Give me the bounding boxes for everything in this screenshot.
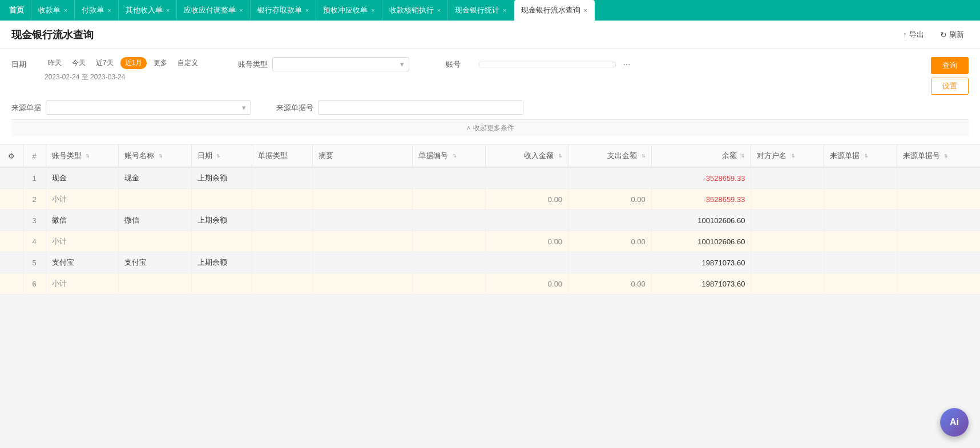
th-date[interactable]: 日期 ⇅ bbox=[191, 145, 252, 167]
account-type-select[interactable]: ▾ bbox=[272, 57, 409, 71]
close-ar-ap-adjust-icon[interactable]: × bbox=[239, 7, 243, 14]
nav-tab-cash-bank-stats[interactable]: 现金银行统计 × bbox=[448, 0, 514, 21]
td-account-type: 支付宝 bbox=[46, 252, 119, 273]
source-doc-no-input[interactable] bbox=[318, 100, 523, 115]
table-row[interactable]: 1 现金 现金 上期余额 -3528659.33 bbox=[0, 167, 980, 189]
nav-tab-write-off-label: 收款核销执行 bbox=[389, 5, 434, 15]
close-bank-deposit-icon[interactable]: × bbox=[305, 7, 309, 14]
th-expense[interactable]: 支出金额 ⇅ bbox=[568, 145, 652, 167]
td-summary bbox=[313, 189, 413, 210]
td-account-type: 微信 bbox=[46, 210, 119, 231]
query-button[interactable]: 查询 bbox=[931, 57, 969, 74]
source-doc-no-label: 来源单据号 bbox=[276, 103, 313, 113]
export-icon: ↑ bbox=[903, 30, 907, 39]
td-doc-no bbox=[412, 210, 485, 231]
td-gear bbox=[0, 231, 23, 252]
td-idx: 6 bbox=[23, 273, 46, 294]
td-date bbox=[191, 273, 252, 294]
date-btn-custom[interactable]: 自定义 bbox=[174, 57, 201, 69]
date-btn-7days[interactable]: 近7天 bbox=[92, 57, 117, 69]
td-expense: 0.00 bbox=[568, 189, 652, 210]
refresh-button[interactable]: ↻ 刷新 bbox=[935, 27, 969, 42]
nav-tab-ar-ap-adjust-label: 应收应付调整单 bbox=[184, 5, 236, 15]
th-counterpart[interactable]: 对方户名 ⇅ bbox=[751, 145, 824, 167]
th-source-doc-no[interactable]: 来源单据号 ⇅ bbox=[897, 145, 980, 167]
settings-button[interactable]: 设置 bbox=[931, 78, 969, 95]
close-cash-bank-stats-icon[interactable]: × bbox=[503, 7, 506, 14]
export-label: 导出 bbox=[909, 30, 924, 40]
close-cash-bank-flow-icon[interactable]: × bbox=[584, 7, 587, 14]
close-other-income-icon[interactable]: × bbox=[166, 7, 170, 14]
td-account-type: 小计 bbox=[46, 189, 119, 210]
td-source-doc-no bbox=[897, 210, 980, 231]
td-counterpart bbox=[751, 231, 824, 252]
nav-tab-home[interactable]: 首页 bbox=[2, 0, 31, 21]
th-gear[interactable]: ⚙ bbox=[0, 145, 23, 167]
th-balance[interactable]: 余额 ⇅ bbox=[651, 145, 751, 167]
date-btn-yesterday[interactable]: 昨天 bbox=[45, 57, 65, 69]
date-btn-more[interactable]: 更多 bbox=[150, 57, 171, 69]
td-doc-type bbox=[252, 167, 312, 189]
td-source-doc bbox=[824, 231, 897, 252]
sort-account-type-icon: ⇅ bbox=[86, 154, 90, 159]
nav-tab-write-off[interactable]: 收款核销执行 × bbox=[382, 0, 448, 21]
th-account-type[interactable]: 账号类型 ⇅ bbox=[46, 145, 119, 167]
td-income bbox=[485, 252, 568, 273]
table-row[interactable]: 5 支付宝 支付宝 上期余额 19871073.60 bbox=[0, 252, 980, 273]
page-title: 现金银行流水查询 bbox=[11, 28, 94, 42]
td-source-doc bbox=[824, 252, 897, 273]
td-idx: 3 bbox=[23, 210, 46, 231]
account-input[interactable] bbox=[479, 62, 616, 67]
date-shortcuts: 昨天 今天 近7天 近1月 更多 自定义 bbox=[45, 57, 201, 69]
td-expense: 0.00 bbox=[568, 273, 652, 294]
close-payments-icon[interactable]: × bbox=[107, 7, 111, 14]
date-btn-today[interactable]: 今天 bbox=[68, 57, 89, 69]
nav-tab-prepayment[interactable]: 预收冲应收单 × bbox=[316, 0, 382, 21]
td-gear bbox=[0, 210, 23, 231]
account-type-chevron-icon: ▾ bbox=[400, 60, 404, 68]
refresh-label: 刷新 bbox=[949, 30, 964, 40]
nav-tab-ar-ap-adjust[interactable]: 应收应付调整单 × bbox=[177, 0, 250, 21]
table-row[interactable]: 3 微信 微信 上期余额 100102606.60 bbox=[0, 210, 980, 231]
td-idx: 5 bbox=[23, 252, 46, 273]
sort-expense-icon: ⇅ bbox=[642, 154, 646, 159]
nav-tab-receipts-label: 收款单 bbox=[38, 5, 61, 15]
th-doc-no[interactable]: 单据编号 ⇅ bbox=[412, 145, 485, 167]
th-source-doc[interactable]: 来源单据 ⇅ bbox=[824, 145, 897, 167]
td-doc-no bbox=[412, 189, 485, 210]
account-type-label: 账号类型 bbox=[238, 59, 268, 70]
th-account-name[interactable]: 账号名称 ⇅ bbox=[119, 145, 192, 167]
th-income[interactable]: 收入金额 ⇅ bbox=[485, 145, 568, 167]
nav-tab-other-income[interactable]: 其他收入单 × bbox=[119, 0, 177, 21]
td-account-type: 现金 bbox=[46, 167, 119, 189]
sort-counterpart-icon: ⇅ bbox=[791, 154, 795, 159]
td-balance: 19871073.60 bbox=[651, 252, 751, 273]
td-doc-no bbox=[412, 273, 485, 294]
table-row[interactable]: 6 小计 0.00 0.00 19871073.60 bbox=[0, 273, 980, 294]
sort-income-icon: ⇅ bbox=[558, 154, 562, 159]
close-prepayment-icon[interactable]: × bbox=[371, 7, 374, 14]
nav-tab-bank-deposit[interactable]: 银行存取款单 × bbox=[251, 0, 316, 21]
td-account-type: 小计 bbox=[46, 273, 119, 294]
collapse-bar[interactable]: ∧ 收起更多条件 bbox=[11, 119, 969, 136]
close-receipts-icon[interactable]: × bbox=[64, 7, 67, 14]
collapse-label: 收起更多条件 bbox=[473, 124, 514, 132]
td-doc-no bbox=[412, 252, 485, 273]
nav-tab-cash-bank-flow[interactable]: 现金银行流水查询 × bbox=[514, 0, 595, 21]
account-more-icon[interactable]: ··· bbox=[620, 57, 632, 72]
td-expense: 0.00 bbox=[568, 231, 652, 252]
export-button[interactable]: ↑ 导出 bbox=[898, 27, 929, 42]
table-row[interactable]: 4 小计 0.00 0.00 100102606.60 bbox=[0, 231, 980, 252]
nav-tab-payments[interactable]: 付款单 × bbox=[75, 0, 118, 21]
table-row[interactable]: 2 小计 0.00 0.00 -3528659.33 bbox=[0, 189, 980, 210]
nav-tab-receipts[interactable]: 收款单 × bbox=[31, 0, 75, 21]
date-btn-1month[interactable]: 近1月 bbox=[120, 57, 147, 69]
td-source-doc bbox=[824, 210, 897, 231]
sort-doc-no-icon: ⇅ bbox=[453, 154, 457, 159]
source-doc-select[interactable]: ▾ bbox=[46, 100, 251, 115]
td-account-name: 微信 bbox=[119, 210, 192, 231]
filter-area: 日期 昨天 今天 近7天 近1月 更多 自定义 2023-02-24 至 202… bbox=[0, 49, 980, 145]
close-write-off-icon[interactable]: × bbox=[437, 7, 441, 14]
td-income bbox=[485, 167, 568, 189]
date-label: 日期 bbox=[11, 57, 40, 70]
